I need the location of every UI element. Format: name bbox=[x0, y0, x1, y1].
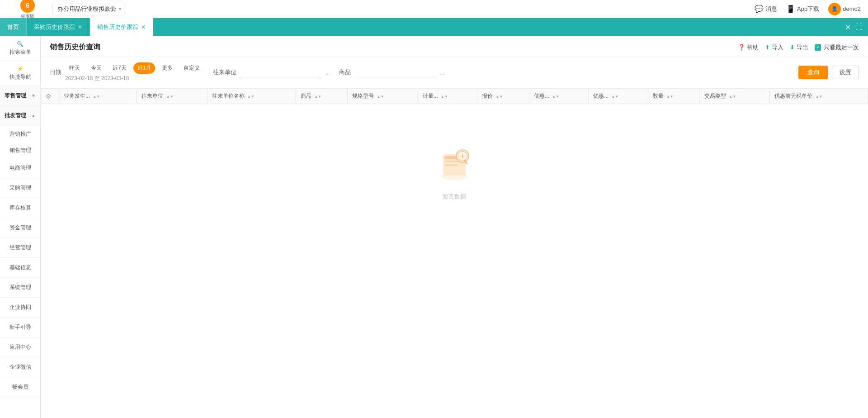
product-input[interactable] bbox=[354, 67, 436, 77]
workspace-arrow-icon: ▾ bbox=[119, 6, 121, 11]
tab-home[interactable]: 首页 bbox=[0, 18, 27, 36]
sort-arrows-partner-name: ▲▼ bbox=[247, 95, 255, 99]
sidebar-item-sales-mgmt-label: 销售管理 bbox=[9, 147, 31, 154]
user-btn[interactable]: 👤 demo2 bbox=[828, 3, 861, 15]
message-btn[interactable]: 💬 消息 bbox=[755, 5, 777, 13]
table-header-qty[interactable]: 数量 ▲▼ bbox=[648, 89, 699, 104]
close-window-icon[interactable]: ✕ bbox=[845, 23, 851, 32]
table-header-price-label: 报价 bbox=[482, 93, 493, 99]
sidebar-item-ecommerce-mgmt-label: 电商管理 bbox=[9, 164, 31, 172]
sort-arrows-qty: ▲▼ bbox=[666, 95, 674, 99]
page-title: 销售历史价查询 bbox=[50, 43, 100, 52]
avatar: 👤 bbox=[828, 3, 841, 15]
checkbox-checked-icon: ✓ bbox=[815, 44, 821, 51]
workspace-selector[interactable]: 办公用品行业模拟账套 ▾ bbox=[52, 3, 126, 15]
import-btn[interactable]: ⬆ 导入 bbox=[765, 43, 783, 52]
help-icon: ❓ bbox=[738, 44, 745, 51]
date-filter-group: 日期 昨天 今天 近7天 近1月 更多 自定义 2023-02-18 至 202… bbox=[50, 62, 204, 82]
date-btn-last7days[interactable]: 近7天 bbox=[108, 62, 131, 74]
table-header-partner-code-label: 往来单位 bbox=[142, 93, 163, 99]
table-header-discount1[interactable]: 优惠... ▲▼ bbox=[529, 89, 589, 104]
tab-bar-actions: ✕ ⛶ bbox=[840, 23, 868, 32]
sidebar-item-sys-settings[interactable]: 系统管理 bbox=[0, 278, 40, 298]
sort-arrows-partner-code: ▲▼ bbox=[166, 95, 174, 99]
date-btn-custom[interactable]: 自定义 bbox=[179, 62, 204, 74]
sidebar-item-enterprise-collab[interactable]: 企业协同 bbox=[0, 298, 40, 318]
table-area: ⚙ 业务发生... ▲▼ 往来单位 ▲▼ 往来单位名称 bbox=[41, 88, 868, 237]
sidebar-item-app-center-label: 应用中心 bbox=[9, 343, 31, 351]
product-ellipsis-btn[interactable]: ... bbox=[439, 69, 444, 76]
sidebar-item-quick-nav[interactable]: ⚡ 快捷导航 bbox=[0, 61, 40, 86]
tab-purchase-history-close-icon[interactable]: ✕ bbox=[78, 24, 82, 30]
date-options: 昨天 今天 近7天 近1月 更多 自定义 bbox=[65, 62, 204, 74]
sidebar-item-inventory[interactable]: 库存核算 bbox=[0, 198, 40, 218]
sidebar-item-app-center[interactable]: 应用中心 bbox=[0, 337, 40, 357]
tab-sales-history[interactable]: 销售历史价跟踪 ✕ bbox=[90, 18, 153, 36]
sidebar-item-sales-mgmt[interactable]: 销售管理 bbox=[0, 142, 40, 158]
app-download-btn[interactable]: 📱 App下载 bbox=[786, 5, 819, 13]
sidebar-item-basic-info[interactable]: 基础信息 bbox=[0, 258, 40, 278]
date-btn-yesterday[interactable]: 昨天 bbox=[65, 62, 84, 74]
sidebar-item-member-card[interactable]: 畅会员 bbox=[0, 377, 40, 397]
sidebar-item-finance-mgmt-label: 资金管理 bbox=[9, 224, 31, 232]
table-header-spec[interactable]: 规格型号 ▲▼ bbox=[348, 89, 418, 104]
retail-mgmt-arrow-icon: ▼ bbox=[31, 93, 36, 98]
sort-arrows-discount2: ▲▼ bbox=[611, 95, 618, 99]
table-header-discount2[interactable]: 优惠... ▲▼ bbox=[589, 89, 648, 104]
data-table: ⚙ 业务发生... ▲▼ 往来单位 ▲▼ 往来单位名称 bbox=[41, 88, 868, 104]
date-btn-last1month[interactable]: 近1月 bbox=[133, 62, 156, 74]
tab-purchase-history[interactable]: 采购历史价跟踪 ✕ bbox=[27, 18, 90, 36]
sidebar-item-ecommerce-mgmt[interactable]: 电商管理 bbox=[0, 158, 40, 178]
sidebar-item-enterprise-wechat[interactable]: 企业微信 bbox=[0, 357, 40, 377]
date-btn-today[interactable]: 今天 bbox=[87, 62, 106, 74]
workspace-label: 办公用品行业模拟账套 bbox=[57, 5, 116, 13]
sidebar-item-ops-mgmt[interactable]: 经营管理 bbox=[0, 238, 40, 258]
svg-rect-4 bbox=[444, 164, 458, 166]
settings-button[interactable]: 设置 bbox=[832, 66, 859, 79]
export-btn[interactable]: ⬇ 导出 bbox=[790, 43, 808, 52]
table-header-unit-label: 计量... bbox=[423, 93, 438, 99]
sidebar-item-wholesale-mgmt-label: 批发管理 bbox=[5, 112, 26, 119]
table-header-trade-type-label: 交易类型 bbox=[704, 93, 726, 99]
sidebar-item-newbie-guide[interactable]: 新手引导 bbox=[0, 318, 40, 337]
sidebar: 🔍 搜索菜单 ⚡ 快捷导航 零售管理 ▼ 批发管理 ▲ 营销推广 销售管理 电商… bbox=[0, 36, 41, 418]
sidebar-item-wholesale-mgmt[interactable]: 批发管理 ▲ bbox=[0, 106, 40, 126]
date-label: 日期 bbox=[50, 68, 61, 76]
only-last-checkbox[interactable]: ✓ 只看最后一次 bbox=[815, 43, 859, 52]
gear-icon[interactable]: ⚙ bbox=[46, 93, 52, 100]
sidebar-item-finance-mgmt[interactable]: 资金管理 bbox=[0, 218, 40, 238]
wholesale-mgmt-arrow-icon: ▲ bbox=[31, 113, 36, 118]
table-header-partner-code[interactable]: 往来单位 ▲▼ bbox=[137, 89, 207, 104]
tab-home-label: 首页 bbox=[7, 23, 19, 31]
table-header-price[interactable]: 报价 ▲▼ bbox=[477, 89, 529, 104]
sidebar-item-search-menu[interactable]: 🔍 搜索菜单 bbox=[0, 36, 40, 61]
sidebar-item-purchase-mgmt-label: 采购管理 bbox=[9, 184, 31, 192]
sidebar-item-search-menu-label: 搜索菜单 bbox=[9, 48, 31, 56]
help-btn[interactable]: ❓ 帮助 bbox=[738, 43, 759, 52]
table-header-trade-type[interactable]: 交易类型 ▲▼ bbox=[700, 89, 770, 104]
sidebar-item-marketing[interactable]: 营销推广 bbox=[0, 126, 40, 142]
maximize-icon[interactable]: ⛶ bbox=[855, 23, 863, 31]
sidebar-item-retail-mgmt[interactable]: 零售管理 ▼ bbox=[0, 86, 40, 106]
partner-ellipsis-btn[interactable]: ... bbox=[325, 69, 330, 76]
app-download-label: App下载 bbox=[797, 5, 819, 13]
sidebar-item-member-card-label: 畅会员 bbox=[12, 383, 28, 391]
table-header-pretax-price[interactable]: 优惠前无税单价 ▲▼ bbox=[770, 89, 868, 104]
table-header-product[interactable]: 商品 ▲▼ bbox=[296, 89, 347, 104]
tab-sales-history-close-icon[interactable]: ✕ bbox=[141, 24, 146, 30]
table-header-partner-name[interactable]: 往来单位名称 ▲▼ bbox=[207, 89, 296, 104]
date-range-text: 2023-02-18 至 2023-03-18 bbox=[65, 75, 204, 82]
sidebar-item-newbie-guide-label: 新手引导 bbox=[9, 323, 31, 331]
partner-input[interactable] bbox=[240, 67, 321, 77]
only-last-label: 只看最后一次 bbox=[824, 43, 859, 52]
sidebar-item-ops-mgmt-label: 经营管理 bbox=[9, 244, 31, 252]
table-header-product-label: 商品 bbox=[301, 93, 311, 99]
main-layout: 🔍 搜索菜单 ⚡ 快捷导航 零售管理 ▼ 批发管理 ▲ 营销推广 销售管理 电商… bbox=[0, 36, 868, 418]
table-header-unit[interactable]: 计量... ▲▼ bbox=[418, 89, 477, 104]
export-label: 导出 bbox=[797, 43, 808, 52]
date-btn-more[interactable]: 更多 bbox=[158, 62, 177, 74]
table-header-pretax-price-label: 优惠前无税单价 bbox=[774, 93, 812, 99]
query-button[interactable]: 查询 bbox=[798, 66, 828, 79]
table-header-biz-date[interactable]: 业务发生... ▲▼ bbox=[59, 89, 137, 104]
sidebar-item-purchase-mgmt[interactable]: 采购管理 bbox=[0, 178, 40, 198]
